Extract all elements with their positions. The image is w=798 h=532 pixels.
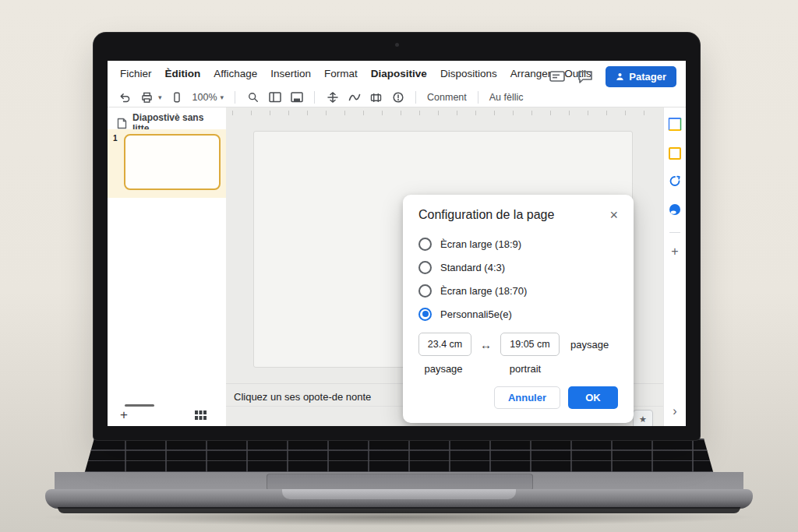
zoom-select[interactable]: 100% ▾ [192, 92, 224, 103]
new-slide-button[interactable]: + [120, 407, 128, 423]
page-setup-dialog: Configuration de la page × Ècran large (… [403, 195, 634, 423]
undo-icon[interactable] [118, 91, 132, 104]
dialog-title: Configuration de la page [418, 208, 554, 222]
share-button[interactable]: Patager [606, 66, 676, 87]
orientation-label: paysage [570, 339, 609, 351]
laptop-trackpad [267, 474, 533, 491]
webcam-dot [395, 43, 399, 47]
status-label: Au fèllic [489, 92, 524, 103]
chevron-right-icon[interactable]: › [673, 404, 676, 418]
share-button-label: Patager [629, 71, 666, 83]
comment-mode-label[interactable]: Conment [427, 92, 467, 103]
menu-diapositive[interactable]: Diapositive [371, 68, 427, 79]
horizontal-ruler [232, 111, 658, 115]
radio-icon [418, 238, 432, 251]
zoom-caret: ▾ [221, 93, 224, 101]
dimension-captions: paysage portrait [418, 363, 618, 375]
radio-option-custom[interactable]: Personnali5e(e) [418, 302, 618, 326]
rail-divider [669, 232, 680, 233]
print-icon[interactable] [140, 91, 154, 104]
zoom-tool-icon[interactable] [246, 91, 260, 104]
width-input[interactable] [418, 333, 471, 356]
calendar-icon[interactable] [669, 118, 682, 131]
contacts-icon[interactable] [669, 204, 680, 215]
slide-thumbnail[interactable] [124, 134, 221, 190]
toolbar: ▾ 100% ▾ [118, 89, 524, 106]
scene: Fichier Èdition Affichage Insertion Form… [0, 0, 798, 532]
menu-format[interactable]: Format [324, 68, 358, 79]
layout-panel-icon[interactable] [268, 91, 281, 104]
curve-line-icon[interactable] [348, 91, 361, 104]
editor-canvas-area: A4:21 × 29.7 cm US Letter 8,5 × 11 po A4… [226, 107, 664, 426]
radio-option-widescreen-1870[interactable]: Ècran large (18:70) [418, 279, 618, 302]
close-icon[interactable]: × [609, 208, 618, 222]
zoom-value: 100% [192, 92, 217, 103]
present-screen-icon[interactable] [290, 91, 303, 104]
filmstrip-sidebar: Diapostivè sans litte 1 + [108, 107, 227, 426]
laptop-notch [282, 489, 516, 499]
height-caption: portrait [497, 363, 553, 375]
ok-button[interactable]: OK [568, 386, 618, 409]
horizontal-scrollbar[interactable] [125, 404, 154, 407]
custom-dimensions-row: ↔ paysage [418, 333, 618, 356]
width-height-arrow-icon: ↔ [480, 338, 492, 351]
toolbar-separator [314, 91, 315, 104]
menu-arranger[interactable]: Arranger [510, 68, 552, 79]
toolbar-separator [235, 91, 235, 104]
grid-view-icon[interactable] [195, 410, 207, 420]
width-caption: paysage [418, 363, 468, 375]
menu-bar: Fichier Èdition Affichage Insertion Form… [120, 68, 591, 79]
tasks-icon[interactable] [669, 175, 681, 187]
laptop-keyboard [84, 439, 714, 474]
radio-option-standard-43[interactable]: Standard (4:3) [418, 255, 618, 279]
cancel-button[interactable]: Annuler [494, 386, 560, 409]
laptop-front-lip [45, 489, 753, 509]
menu-affichage[interactable]: Affichage [214, 68, 257, 79]
radio-icon [418, 261, 432, 274]
get-addons-button[interactable]: + [671, 245, 678, 259]
document-icon [117, 118, 127, 129]
star-icon: ★ [639, 414, 647, 425]
menu-dispositions[interactable]: Dispositions [440, 68, 497, 79]
radio-option-widescreen-189[interactable]: Ècran large (18:9) [418, 232, 618, 255]
menu-fichier[interactable]: Fichier [120, 68, 152, 79]
toolbar-separator [478, 91, 478, 104]
print-dropdown-caret[interactable]: ▾ [158, 93, 162, 101]
speaker-notes-placeholder[interactable]: Cliquez un ses opote-de nonte [234, 391, 371, 403]
radio-icon-selected [418, 308, 432, 321]
radio-icon [418, 284, 432, 298]
explore-button[interactable]: ★ [633, 410, 653, 426]
select-tool-icon[interactable] [326, 91, 339, 104]
slide-thumbnail-row[interactable]: 1 [108, 129, 226, 198]
device-preview-icon[interactable] [171, 91, 184, 104]
shape-insert-icon[interactable] [369, 91, 383, 104]
slide-number: 1 [113, 134, 118, 143]
laptop-shadow [39, 509, 759, 526]
header-actions: Patager [549, 66, 676, 87]
comment-bubble-icon[interactable] [577, 71, 593, 83]
side-panel-rail: + › [663, 107, 686, 426]
height-input[interactable] [500, 333, 560, 356]
keep-icon[interactable] [669, 147, 681, 160]
person-icon [616, 72, 624, 81]
menu-edition[interactable]: Èdition [165, 68, 201, 79]
menu-insertion[interactable]: Insertion [270, 68, 311, 79]
toolbar-separator [415, 91, 416, 104]
comment-history-icon[interactable] [549, 71, 565, 83]
slides-app-window: Fichier Èdition Affichage Insertion Form… [108, 61, 686, 426]
aspect-options: Ècran large (18:9) Standard (4:3) Ècran … [418, 232, 618, 326]
clock-icon[interactable] [391, 91, 404, 104]
